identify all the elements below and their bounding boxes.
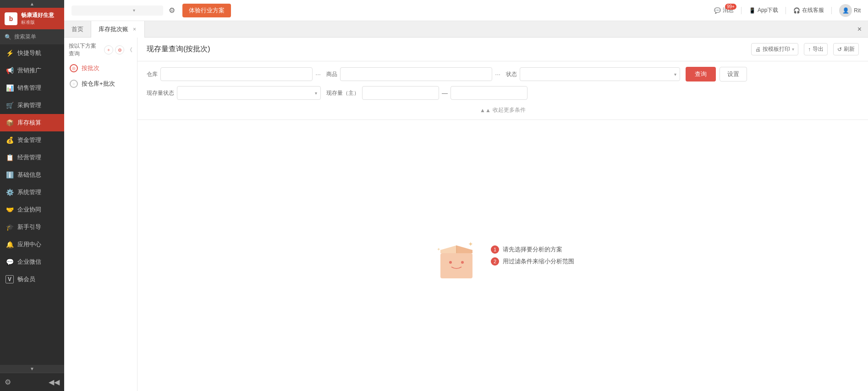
member-icon: V: [5, 275, 14, 283]
product-more-icon[interactable]: ···: [495, 71, 500, 78]
scheme-add-button[interactable]: ＋: [104, 45, 113, 54]
topbar: ▾ ⚙ 体验行业方案 💬 消息 99+ 📱 App下载 🎧 在线客服: [64, 0, 868, 21]
message-action[interactable]: 💬 消息 99+: [714, 6, 734, 14]
sidebar: ▲ b 畅康通好生意 标准版 🔍 搜索菜单 ⚡ 快捷导航 📢 营销推广 📊 销售…: [0, 0, 64, 391]
topbar-gear-icon[interactable]: ⚙: [169, 6, 175, 15]
svg-point-5: [461, 261, 464, 264]
topbar-chevron-icon[interactable]: ▾: [133, 8, 135, 13]
filter-status: 状态 ▾: [506, 67, 680, 81]
query-button[interactable]: 查询: [686, 67, 716, 81]
online-service-label: 在线客服: [802, 6, 824, 14]
topbar-search-area[interactable]: ▾: [71, 5, 163, 16]
sidebar-item-label: 营销推广: [17, 66, 41, 75]
sidebar-item-quick-nav[interactable]: ⚡ 快捷导航: [0, 44, 64, 62]
sidebar-search[interactable]: 🔍 搜索菜单: [0, 29, 64, 44]
export-button[interactable]: ↑ 导出: [804, 43, 828, 55]
app-download-action[interactable]: 📱 App下载: [749, 6, 778, 14]
warehouse-filter-label: 仓库: [147, 71, 158, 78]
sales-icon: 📊: [5, 84, 14, 92]
svg-point-4: [449, 261, 452, 264]
export-icon: ↑: [808, 46, 811, 53]
filter-row-1: 仓库 ··· 商品 ··· 状态: [147, 67, 859, 81]
sidebar-item-purchase[interactable]: 🛒 采购管理: [0, 97, 64, 114]
empty-state: ✦ ✦ 1 请先选择要分析的方案 2 用过滤条件来缩小分析范围: [137, 120, 868, 391]
tabbar: 首页 库存批次账 × ×: [64, 21, 868, 38]
tab-close-icon[interactable]: ×: [132, 25, 137, 33]
product-filter-input[interactable]: [340, 67, 492, 81]
sidebar-item-operations[interactable]: 📋 经营管理: [0, 149, 64, 166]
avatar: 👤: [839, 4, 852, 17]
sidebar-search-label: 搜索菜单: [14, 33, 36, 41]
warehouse-more-icon[interactable]: ···: [315, 71, 321, 78]
sidebar-item-guide[interactable]: 🎓 新手引导: [0, 218, 64, 236]
scheme-item-by-warehouse-batch[interactable]: ○ 按仓库+批次: [64, 76, 137, 92]
status-select[interactable]: [520, 67, 680, 81]
empty-svg: ✦ ✦: [431, 233, 482, 283]
empty-illustration: ✦ ✦: [431, 233, 477, 278]
empty-steps: 1 请先选择要分析的方案 2 用过滤条件来缩小分析范围: [491, 245, 574, 266]
sidebar-item-label: 畅会员: [17, 275, 35, 283]
topbar-actions: 💬 消息 99+ 📱 App下载 🎧 在线客服 👤 Rit: [714, 4, 861, 17]
sidebar-logo: b: [5, 12, 17, 25]
collapse-more-btn[interactable]: ▲▲ 收起更多条件: [147, 104, 859, 114]
filter-stock-qty: 现存量（主） —: [326, 86, 500, 100]
scheme-settings-button[interactable]: ⚙: [115, 45, 124, 54]
scheme-item-by-batch[interactable]: ◎ 按批次: [64, 60, 137, 76]
sidebar-item-collab[interactable]: 🤝 企业协同: [0, 201, 64, 218]
sidebar-app-name: 畅康通好生意: [21, 11, 54, 19]
tab-home-label: 首页: [71, 25, 83, 33]
status-filter-label: 状态: [506, 71, 517, 78]
user-profile-action[interactable]: 👤 Rit: [839, 4, 861, 17]
filter-settings-button[interactable]: 设置: [720, 67, 747, 81]
avatar-icon: 👤: [842, 7, 849, 14]
print-button[interactable]: 🖨 按模板打印 ▾: [751, 43, 798, 55]
refresh-button[interactable]: ↺ 刷新: [833, 43, 859, 55]
sidebar-item-finance[interactable]: 💰 资金管理: [0, 131, 64, 149]
tab-inventory-batch[interactable]: 库存批次账 ×: [91, 21, 145, 38]
sidebar-item-inventory[interactable]: 📦 库存核算: [0, 114, 64, 131]
status-select-wrapper: ▾: [520, 67, 680, 81]
step-2-text: 用过滤条件来缩小分析范围: [503, 257, 574, 266]
sidebar-title-block: 畅康通好生意 标准版: [21, 11, 54, 26]
scheme-panel: 按以下方案查询 ＋ ⚙ 《 ◎ 按批次 ○ 按仓库+批次: [64, 38, 137, 391]
app-download-icon: 📱: [749, 7, 756, 14]
print-icon: 🖨: [755, 46, 761, 53]
appcenter-icon: 🔔: [5, 240, 14, 249]
settings-icon[interactable]: ⚙: [5, 378, 11, 386]
sidebar-item-enterprise-wechat[interactable]: 💬 企业微信: [0, 253, 64, 271]
collab-icon: 🤝: [5, 206, 14, 214]
sidebar-item-appcenter[interactable]: 🔔 应用中心: [0, 236, 64, 253]
scheme-header-title: 按以下方案查询: [69, 42, 101, 58]
scheme-collapse-icon[interactable]: 《: [127, 46, 132, 54]
sidebar-item-label: 新手引导: [17, 223, 41, 231]
empty-step-1: 1 请先选择要分析的方案: [491, 245, 574, 254]
sidebar-scroll-up[interactable]: ▲: [0, 0, 64, 8]
page-header-actions: 🖨 按模板打印 ▾ ↑ 导出 ↺ 刷新: [751, 43, 859, 55]
print-chevron-icon: ▾: [792, 47, 794, 52]
sidebar-item-sales[interactable]: 📊 销售管理: [0, 79, 64, 97]
stock-qty-max-input[interactable]: [450, 86, 527, 100]
scheme-item-label: 按批次: [82, 64, 99, 72]
sidebar-item-marketing[interactable]: 📢 营销推广: [0, 62, 64, 79]
filter-product: 商品 ···: [326, 67, 500, 81]
sidebar-item-member[interactable]: V 畅会员: [0, 271, 64, 288]
online-service-action[interactable]: 🎧 在线客服: [793, 6, 824, 14]
sidebar-item-label: 企业协同: [17, 206, 41, 214]
svg-rect-0: [440, 253, 472, 278]
scheme-header-icons: ＋ ⚙: [104, 45, 124, 54]
right-content: 现存量查询(按批次) 🖨 按模板打印 ▾ ↑ 导出 ↺ 刷新: [137, 38, 868, 391]
topbar-search-input[interactable]: [75, 7, 130, 14]
tab-home[interactable]: 首页: [64, 21, 91, 38]
sidebar-scroll-down[interactable]: ▼: [0, 365, 64, 373]
stock-qty-min-input[interactable]: [362, 86, 439, 100]
tab-panel-close-icon[interactable]: ×: [851, 25, 868, 33]
sidebar-item-system[interactable]: ⚙️ 系统管理: [0, 184, 64, 201]
basics-icon: ℹ️: [5, 171, 14, 179]
stock-status-select[interactable]: [177, 86, 321, 100]
trial-button[interactable]: 体验行业方案: [182, 4, 231, 17]
collapse-sidebar-icon[interactable]: ◀◀: [49, 378, 60, 386]
sidebar-item-basics[interactable]: ℹ️ 基础信息: [0, 166, 64, 184]
finance-icon: 💰: [5, 136, 14, 144]
filter-stock-status: 现存量状态 ▾: [147, 86, 321, 100]
warehouse-filter-input[interactable]: [160, 67, 313, 81]
